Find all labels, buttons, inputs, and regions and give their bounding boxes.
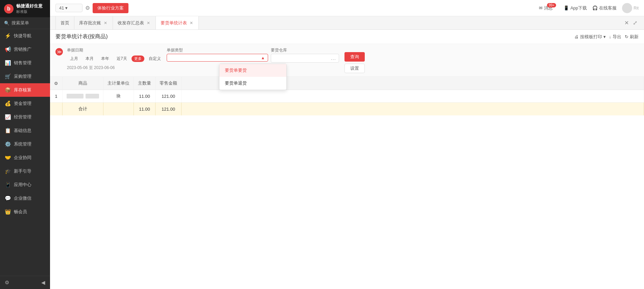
col-qty-header: 主数量 xyxy=(134,77,156,90)
sidebar-item-system[interactable]: ⚙️ 系统管理 xyxy=(0,137,50,151)
tabbar-actions: ✕ ⤢ xyxy=(623,18,639,27)
operations-icon: 📈 xyxy=(5,114,11,120)
sidebar-item-label: 库存核算 xyxy=(14,87,31,93)
export-icon: ↓ xyxy=(609,34,612,39)
date-last-month-btn[interactable]: 上月 xyxy=(67,54,81,63)
company-selector[interactable]: 41 ▾ xyxy=(55,4,82,12)
settings-icon[interactable]: ⚙ xyxy=(5,280,9,286)
date-range-text: 2023-05-06 至 2023-06-06 xyxy=(67,65,164,71)
tabbar: 首页 库存批次账 ✕ 收发存汇总表 ✕ 要货单统计表 ✕ ✕ ⤢ xyxy=(50,16,644,30)
dropdown-item-requisition-order[interactable]: 要货单要货 xyxy=(219,64,286,77)
filter-toggle-btn[interactable]: ≫ xyxy=(55,48,63,55)
tab-requisition-stats[interactable]: 要货单统计表 ✕ xyxy=(156,16,199,29)
print-dropdown-icon: ▾ xyxy=(603,34,606,39)
topbar-gear-icon[interactable]: ⚙ xyxy=(85,5,90,11)
sidebar-item-purchase[interactable]: 🛒 采购管理 xyxy=(0,70,50,83)
sidebar-item-quick-nav[interactable]: ⚡ 快捷导航 xyxy=(0,29,50,43)
export-btn[interactable]: ↓ 导出 xyxy=(609,34,622,40)
headset-icon: 🎧 xyxy=(592,5,598,10)
warehouse-filter-input[interactable] xyxy=(274,56,331,61)
sidebar-item-app-center[interactable]: 📱 应用中心 xyxy=(0,178,50,192)
message-icon: ✉ xyxy=(539,5,543,10)
refresh-btn[interactable]: ↻ 刷新 xyxy=(625,34,639,40)
sidebar-item-wechat[interactable]: 💬 企业微信 xyxy=(0,192,50,205)
table-row: 1 块 11.00 121.00 xyxy=(50,90,644,103)
date-more-btn[interactable]: 更多 xyxy=(132,55,144,62)
sidebar-search-label: 搜索菜单 xyxy=(11,20,29,26)
footer-amount: 121.00 xyxy=(156,103,182,116)
settings-btn[interactable]: 设置 xyxy=(344,64,365,73)
topbar-right: ✉ 消息 99+ 📱 App下载 🎧 在线客服 Rit xyxy=(539,3,639,13)
table-container: ⚙ 商品 主计量单位 主数量 零售金额 1 xyxy=(50,77,644,289)
quick-nav-icon: ⚡ xyxy=(5,33,11,39)
sidebar-item-enterprise[interactable]: 🤝 企业协同 xyxy=(0,151,50,164)
date-custom-btn[interactable]: 自定义 xyxy=(146,54,164,63)
sidebar-item-operations[interactable]: 📈 经营管理 xyxy=(0,110,50,124)
date-options-row: 上月 本月 本年 近7天 更多 自定义 xyxy=(67,54,164,63)
sidebar-item-sales[interactable]: 📊 销售管理 xyxy=(0,56,50,70)
finance-icon: 💰 xyxy=(5,101,11,107)
type-filter-input[interactable] xyxy=(170,55,261,60)
tab-requisition-stats-close[interactable]: ✕ xyxy=(189,20,194,26)
username-label: Rit xyxy=(634,6,639,10)
sidebar-item-label: 基础信息 xyxy=(14,128,31,134)
type-dropdown-menu: 要货单要货 要货单退货 xyxy=(219,64,287,90)
message-btn[interactable]: ✉ 消息 99+ xyxy=(539,5,553,11)
col-amount-header: 零售金额 xyxy=(156,77,182,90)
dropdown-item-requisition-return[interactable]: 要货单退货 xyxy=(219,77,286,90)
date-this-month-btn[interactable]: 本月 xyxy=(82,54,97,63)
tab-close-all-btn[interactable]: ✕ xyxy=(623,18,630,27)
app-download-btn[interactable]: 📱 App下载 xyxy=(564,5,587,11)
sidebar-item-basic-info[interactable]: 📋 基础信息 xyxy=(0,124,50,137)
sidebar-item-label: 企业微信 xyxy=(14,195,31,201)
online-service-btn[interactable]: 🎧 在线客服 xyxy=(592,5,617,11)
col-settings-header[interactable]: ⚙ xyxy=(50,77,63,90)
filter-actions: 查询 设置 xyxy=(344,47,365,73)
sidebar-item-finance[interactable]: 💰 资金管理 xyxy=(0,97,50,110)
query-btn[interactable]: 查询 xyxy=(344,52,365,62)
sidebar-item-marketing[interactable]: 📢 营销推广 xyxy=(0,43,50,56)
members-icon: 👑 xyxy=(5,209,11,215)
type-filter-input-row[interactable]: ▲ xyxy=(167,54,268,62)
filter-row: 单据日期 上月 本月 本年 近7天 更多 自定义 2023-05-06 至 20… xyxy=(67,47,639,73)
col-product-header: 商品 xyxy=(63,77,103,90)
sidebar-item-guide[interactable]: 🎓 新手引导 xyxy=(0,164,50,178)
collapse-icon[interactable]: ◀ xyxy=(41,280,45,286)
page-title: 要货单统计表(按商品) xyxy=(55,33,108,40)
sidebar-item-label: 销售管理 xyxy=(14,60,31,66)
print-icon: 🖨 xyxy=(574,34,579,39)
page-content: 要货单统计表(按商品) 🖨 按模板打印 ▾ ↓ 导出 ↻ 刷新 ≫ xyxy=(50,30,644,289)
tab-inventory-batch-close[interactable]: ✕ xyxy=(103,20,108,26)
warehouse-filter-label: 要货仓库 xyxy=(271,47,339,53)
sidebar-search[interactable]: 🔍 搜索菜单 xyxy=(0,17,50,29)
col-unit-header: 主计量单位 xyxy=(103,77,134,90)
warehouse-more-icon[interactable]: … xyxy=(331,55,336,61)
tab-home[interactable]: 首页 xyxy=(55,16,74,29)
user-avatar[interactable]: Rit xyxy=(622,3,639,13)
date-this-year-btn[interactable]: 本年 xyxy=(98,54,112,63)
tab-inventory-batch-label: 库存批次账 xyxy=(79,20,101,26)
export-label: 导出 xyxy=(613,34,621,40)
tab-home-label: 首页 xyxy=(61,20,69,26)
cell-unit: 块 xyxy=(103,90,134,103)
enterprise-icon: 🤝 xyxy=(5,155,11,161)
tab-collection-summary[interactable]: 收发存汇总表 ✕ xyxy=(113,16,156,29)
tab-inventory-batch[interactable]: 库存批次账 ✕ xyxy=(74,16,113,29)
tab-collection-summary-close[interactable]: ✕ xyxy=(146,20,151,26)
sales-icon: 📊 xyxy=(5,60,11,66)
warehouse-filter-input-row[interactable]: … xyxy=(271,54,339,63)
refresh-label: 刷新 xyxy=(630,34,639,40)
avatar-img xyxy=(622,3,632,13)
trial-btn[interactable]: 体验行业方案 xyxy=(93,3,128,13)
sidebar-item-label: 营销推广 xyxy=(14,46,31,52)
table-footer-row: 合计 11.00 121.00 xyxy=(50,103,644,116)
type-filter-arrow-icon[interactable]: ▲ xyxy=(261,55,265,60)
sidebar-item-label: 快捷导航 xyxy=(14,33,31,39)
table-header-row: ⚙ 商品 主计量单位 主数量 零售金额 xyxy=(50,77,644,90)
tab-expand-btn[interactable]: ⤢ xyxy=(631,18,639,27)
sidebar-item-members[interactable]: 👑 畅会员 xyxy=(0,205,50,219)
date-last-7days-btn[interactable]: 近7天 xyxy=(114,54,130,63)
sidebar-item-inventory[interactable]: 📦 库存核算 xyxy=(0,83,50,97)
footer-label: 合计 xyxy=(63,103,103,116)
print-btn[interactable]: 🖨 按模板打印 ▾ xyxy=(574,34,606,40)
